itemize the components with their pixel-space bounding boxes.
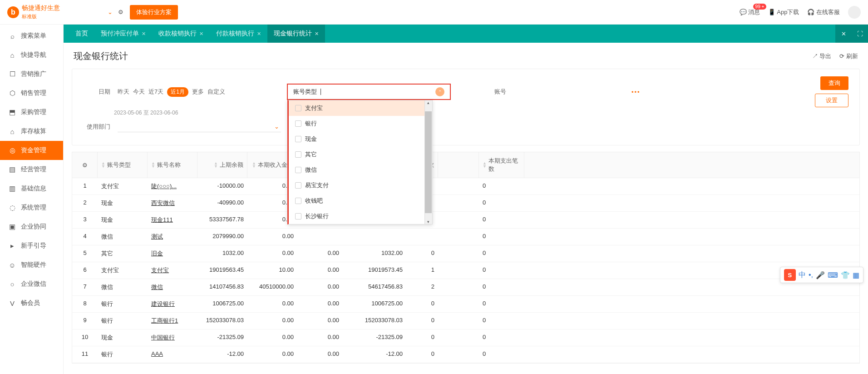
collapse-up-icon[interactable]: ⌃ bbox=[435, 87, 444, 96]
col-name[interactable]: ▲▼账号名称 bbox=[148, 152, 197, 178]
sidebar-item[interactable]: ☺智能硬件 bbox=[0, 255, 63, 274]
dropdown-item[interactable]: 其它 bbox=[289, 147, 432, 162]
ime-keyboard-icon[interactable]: ⌨ bbox=[828, 271, 838, 279]
tab[interactable]: 首页 bbox=[69, 25, 94, 43]
sidebar-item[interactable]: ⬒采购管理 bbox=[0, 103, 63, 122]
dropdown-item[interactable]: 微信 bbox=[289, 162, 432, 178]
date-picker: 昨天今天近7天近1月更多自定义 bbox=[118, 87, 225, 97]
ime-menu-icon[interactable]: ▦ bbox=[853, 271, 859, 279]
date-option[interactable]: 昨天 bbox=[118, 88, 129, 96]
close-tab-icon[interactable]: ✕ bbox=[835, 25, 852, 43]
settings-button[interactable]: 设置 bbox=[815, 94, 848, 107]
tab-close-icon[interactable]: ✕ bbox=[257, 31, 261, 37]
filter-panel: 日期 昨天今天近7天近1月更多自定义 账号类型 ⌃ 支付宝银行现金其它微信易宝支… bbox=[72, 69, 860, 145]
col-prev[interactable]: ▲▼上期余额 bbox=[197, 152, 247, 178]
tab-close-icon[interactable]: ✕ bbox=[199, 31, 203, 37]
sidebar-item[interactable]: ◌系统管理 bbox=[0, 198, 63, 217]
sidebar-icon: ☐ bbox=[8, 70, 16, 78]
dropdown-scrollbar[interactable]: ▴▾ bbox=[424, 100, 432, 224]
dropdown-item[interactable]: 长沙银行 bbox=[289, 209, 432, 224]
sidebar-item[interactable]: ▥基础信息 bbox=[0, 179, 63, 198]
ime-skin-icon[interactable]: 👕 bbox=[841, 271, 850, 279]
app-download[interactable]: 📱 App下载 bbox=[768, 8, 799, 16]
sidebar-item[interactable]: ▤经营管理 bbox=[0, 160, 63, 179]
checkbox-icon[interactable] bbox=[295, 182, 301, 189]
dropdown-item[interactable]: 银行 bbox=[289, 116, 432, 131]
dropdown-item[interactable]: 易宝支付 bbox=[289, 178, 432, 193]
sidebar-item[interactable]: ⬡销售管理 bbox=[0, 84, 63, 103]
account-link[interactable]: 陡(○○○)... bbox=[151, 183, 177, 189]
sidebar-label: 快捷导航 bbox=[21, 51, 46, 59]
checkbox-icon[interactable] bbox=[295, 136, 301, 142]
export-button[interactable]: ↗ 导出 bbox=[812, 52, 832, 60]
sidebar: ⌕搜索菜单⌂快捷导航☐营销推广⬡销售管理⬒采购管理⌂库存核算◎资金管理▤经营管理… bbox=[0, 25, 64, 374]
table-row: 5其它旧金1032.000.000.001032.0000 bbox=[72, 245, 859, 262]
ime-mic-icon[interactable]: 🎤 bbox=[816, 271, 825, 279]
ime-toolbar[interactable]: S 中 •, 🎤 ⌨ 👕 ▦ bbox=[780, 267, 863, 283]
account-link[interactable]: 微信 bbox=[151, 284, 163, 290]
sidebar-item[interactable]: ⌕搜索菜单 bbox=[0, 26, 63, 45]
tab[interactable]: 预付冲应付单✕ bbox=[94, 25, 152, 43]
table-row: 1支付宝陡(○○○)...-10000.000.000 bbox=[72, 178, 859, 195]
sidebar-label: 基础信息 bbox=[21, 185, 46, 193]
ime-logo-icon: S bbox=[784, 269, 796, 281]
account-link[interactable]: AAA bbox=[151, 350, 163, 357]
account-link[interactable]: 现金111 bbox=[151, 216, 173, 223]
sidebar-item[interactable]: ▸新手引导 bbox=[0, 236, 63, 255]
account-type-select[interactable]: 账号类型 ⌃ 支付宝银行现金其它微信易宝支付收钱吧长沙银行▴▾ bbox=[287, 84, 451, 100]
ime-lang[interactable]: 中 bbox=[799, 270, 806, 280]
org-selector[interactable]: ⌄ bbox=[74, 8, 113, 16]
account-link[interactable]: 测试 bbox=[151, 233, 163, 240]
dept-select[interactable]: ⌄ bbox=[118, 121, 281, 132]
chat-icon: 💬 bbox=[740, 9, 749, 15]
tab[interactable]: 付款核销执行✕ bbox=[210, 25, 267, 43]
tab[interactable]: 收款核销执行✕ bbox=[152, 25, 210, 43]
message-link[interactable]: 💬 消息 99 + bbox=[740, 8, 760, 16]
tab-close-icon[interactable]: ✕ bbox=[315, 31, 319, 37]
checkbox-icon[interactable] bbox=[295, 151, 301, 158]
date-option[interactable]: 今天 bbox=[133, 88, 145, 96]
account-link[interactable]: 支付宝 bbox=[151, 267, 169, 274]
sidebar-icon: V bbox=[8, 299, 16, 307]
checkbox-icon[interactable] bbox=[295, 198, 301, 204]
col-outn[interactable]: ▲▼本期支出笔数 bbox=[479, 152, 524, 178]
sidebar-item[interactable]: ⌂快捷导航 bbox=[0, 45, 63, 65]
customer-service[interactable]: 🎧 在线客服 bbox=[807, 8, 840, 16]
tab[interactable]: 现金银行统计✕ bbox=[267, 25, 325, 43]
sidebar-item[interactable]: ☐营销推广 bbox=[0, 65, 63, 84]
tab-close-icon[interactable]: ✕ bbox=[142, 31, 146, 37]
dropdown-item[interactable]: 支付宝 bbox=[289, 100, 432, 116]
date-option[interactable]: 自定义 bbox=[207, 88, 225, 96]
trial-button[interactable]: 体验行业方案 bbox=[130, 5, 178, 20]
account-link[interactable]: 建设银行 bbox=[151, 300, 175, 307]
fullscreen-icon[interactable]: ⛶ bbox=[852, 25, 868, 43]
sidebar-item[interactable]: ◎资金管理 bbox=[0, 141, 63, 160]
account-link[interactable]: 西安微信 bbox=[151, 199, 175, 206]
col-type[interactable]: ▲▼账号类型 bbox=[98, 152, 148, 178]
account-link[interactable]: 工商银行1 bbox=[151, 317, 178, 324]
sidebar-item[interactable]: ○企业微信 bbox=[0, 274, 63, 294]
dropdown-item[interactable]: 收钱吧 bbox=[289, 193, 432, 209]
date-option[interactable]: 近7天 bbox=[148, 88, 163, 96]
gear-icon[interactable]: ⚙ bbox=[118, 9, 123, 15]
sidebar-item[interactable]: ▣企业协同 bbox=[0, 217, 63, 236]
query-button[interactable]: 查询 bbox=[820, 76, 848, 90]
refresh-button[interactable]: ⟳ 刷新 bbox=[839, 52, 858, 60]
sidebar-item[interactable]: V畅会员 bbox=[0, 294, 63, 313]
gear-column-icon[interactable]: ⚙ bbox=[72, 152, 98, 178]
sidebar-label: 采购管理 bbox=[21, 108, 46, 116]
checkbox-icon[interactable] bbox=[295, 213, 301, 219]
date-option[interactable]: 更多 bbox=[192, 88, 204, 96]
checkbox-icon[interactable] bbox=[295, 105, 301, 111]
date-option[interactable]: 近1月 bbox=[167, 87, 188, 97]
checkbox-icon[interactable] bbox=[295, 167, 301, 173]
account-link[interactable]: 中国银行 bbox=[151, 334, 175, 341]
avatar[interactable] bbox=[848, 6, 861, 19]
dropdown-item[interactable]: 现金 bbox=[289, 131, 432, 147]
more-dots-icon[interactable]: ••• bbox=[631, 89, 641, 95]
ime-punct-icon[interactable]: •, bbox=[809, 271, 813, 279]
account-link[interactable]: 旧金 bbox=[151, 250, 163, 257]
checkbox-icon[interactable] bbox=[295, 120, 301, 127]
logo-icon: b bbox=[7, 6, 19, 18]
sidebar-item[interactable]: ⌂库存核算 bbox=[0, 122, 63, 141]
